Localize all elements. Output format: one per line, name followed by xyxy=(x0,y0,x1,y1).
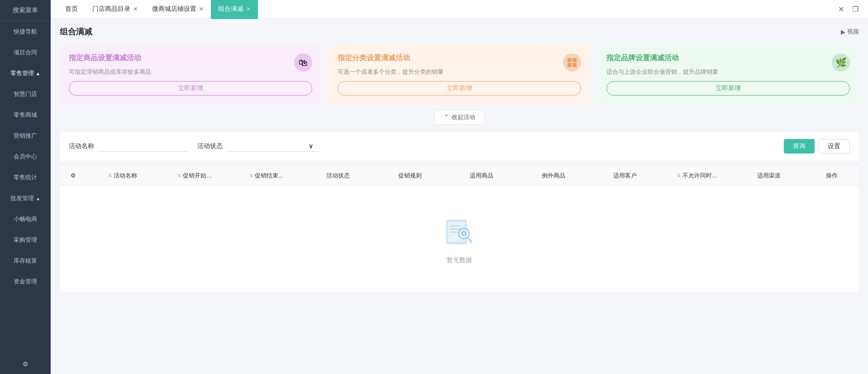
empty-state: 暂无数据 xyxy=(60,186,859,292)
sidebar-item-project-contract[interactable]: 项目合同 xyxy=(0,42,51,63)
sort-icon[interactable]: ⇅ xyxy=(677,173,681,178)
query-button[interactable]: 查询 xyxy=(784,139,815,153)
tab-wechat-settings[interactable]: 微商城店铺设置 ✕ xyxy=(145,0,211,19)
sidebar-item-finance[interactable]: 资金管理 xyxy=(0,271,51,292)
sidebar-item-retail-stats[interactable]: 零售统计 xyxy=(0,167,51,188)
goods-discount-desc: 可指定滞销商品或库存较多商品 xyxy=(69,67,312,77)
sidebar-search[interactable]: 搜索菜单 xyxy=(0,0,51,21)
col-promo-start: ⇅ 促销开始... xyxy=(159,172,231,180)
empty-text: 暂无数据 xyxy=(447,256,472,264)
table-header: ⚙ ⇅ 活动名称 ⇅ 促销开始... ⇅ 促销结束... 活动状态 xyxy=(60,166,859,186)
sort-icon[interactable]: ⇅ xyxy=(177,173,181,178)
tab-combo-discount-close[interactable]: ✕ xyxy=(246,6,251,12)
page-title: 组合满减 xyxy=(60,26,92,37)
svg-point-11 xyxy=(461,230,467,237)
goods-discount-icon: 🛍 xyxy=(294,53,312,72)
activity-status-field: 活动状态 ∨ xyxy=(197,140,317,152)
page-header: 组合满减 ▶ 视频 xyxy=(60,26,859,37)
sidebar: 搜索菜单 快捷导航 项目合同 零售管理 ▲ 智慧门店 零售商城 营销推广 会员中… xyxy=(0,0,51,374)
sidebar-item-inventory[interactable]: 库存核算 xyxy=(0,250,51,271)
goods-discount-card: 🛍 指定商品设置满减活动 可指定滞销商品或库存较多商品 立即新增 xyxy=(60,44,321,105)
col-activity-name: ⇅ 活动名称 xyxy=(87,172,159,180)
sidebar-item-wholesale-mgmt[interactable]: 批发管理 ▲ xyxy=(0,188,51,209)
col-excluded-goods: 例外商品 xyxy=(518,172,590,180)
tab-combo-discount[interactable]: 组合满减 ✕ xyxy=(211,0,258,19)
sidebar-item-label: 采购管理 xyxy=(14,236,37,244)
sidebar-item-label: 快捷导航 xyxy=(14,28,37,36)
main-area: 首页 门店商品目录 ✕ 微商城店铺设置 ✕ 组合满减 ✕ ✕ ❐ 组合满减 ▶ … xyxy=(51,0,868,374)
sidebar-item-member-center[interactable]: 会员中心 xyxy=(0,146,51,167)
filter-bar: 活动名称 活动状态 ∨ 查询 设置 xyxy=(60,132,859,161)
col-settings[interactable]: ⚙ xyxy=(60,172,87,180)
sidebar-item-label: 库存核算 xyxy=(14,257,37,265)
category-discount-icon xyxy=(563,53,581,72)
chevron-down-icon: ▲ xyxy=(36,196,40,201)
collapse-label: 收起活动 xyxy=(452,113,475,121)
tab-bar-actions: ✕ ❐ xyxy=(835,4,861,15)
activity-name-input[interactable] xyxy=(98,140,188,152)
sidebar-item-purchase-mgmt[interactable]: 采购管理 xyxy=(0,230,51,250)
sidebar-item-quick-nav[interactable]: 快捷导航 xyxy=(0,21,51,42)
col-applicable-channel: 适用渠道 xyxy=(733,172,805,180)
window-close-button[interactable]: ✕ xyxy=(835,4,846,15)
category-discount-title: 指定分类设置满减活动 xyxy=(338,53,581,63)
tab-home[interactable]: 首页 xyxy=(58,0,85,19)
brand-discount-desc: 适合与上游企业联合做营销，提升品牌销量 xyxy=(606,67,850,77)
category-discount-card: 指定分类设置满减活动 可选一个或者多个分类，提升分类的销量 立即新增 xyxy=(329,44,590,105)
svg-rect-1 xyxy=(572,58,577,62)
col-activity-status: 活动状态 xyxy=(302,172,374,180)
col-promo-end: ⇅ 促销结束... xyxy=(230,172,302,180)
tab-home-label: 首页 xyxy=(65,5,78,13)
no-data-illustration xyxy=(437,213,482,249)
collapse-button[interactable]: ⌃ 收起活动 xyxy=(434,110,485,125)
sidebar-item-marketing[interactable]: 营销推广 xyxy=(0,125,51,146)
brand-discount-add-button[interactable]: 立即新增 xyxy=(606,81,850,96)
sidebar-item-label: 零售管理 xyxy=(10,69,34,77)
col-applicable-customer: 适用客户 xyxy=(589,172,661,180)
activity-name-field: 活动名称 xyxy=(69,140,188,152)
tab-wechat-settings-close[interactable]: ✕ xyxy=(199,6,204,12)
sidebar-settings-button[interactable]: ⚙ xyxy=(0,354,51,374)
category-discount-add-button[interactable]: 立即新增 xyxy=(338,81,581,96)
settings-button[interactable]: 设置 xyxy=(818,139,850,153)
sidebar-item-smart-store[interactable]: 智慧门店 xyxy=(0,84,51,105)
sidebar-item-retail-mgmt[interactable]: 零售管理 ▲ xyxy=(0,63,51,84)
chevron-down-icon: ∨ xyxy=(309,142,313,149)
sidebar-item-label: 营销推广 xyxy=(14,132,37,140)
brand-discount-icon: 🌿 xyxy=(832,53,850,72)
svg-rect-2 xyxy=(568,63,572,67)
play-icon: ▶ xyxy=(841,29,845,35)
category-discount-desc: 可选一个或者多个分类，提升分类的销量 xyxy=(338,67,581,77)
sidebar-item-label: 项目合同 xyxy=(14,48,37,57)
tab-product-catalog-close[interactable]: ✕ xyxy=(133,6,138,12)
activity-status-select[interactable]: ∨ xyxy=(226,140,317,152)
svg-rect-3 xyxy=(572,63,577,67)
goods-discount-add-button[interactable]: 立即新增 xyxy=(69,81,312,96)
brand-discount-card: 🌿 指定品牌设置满减活动 适合与上游企业联合做营销，提升品牌销量 立即新增 xyxy=(597,44,859,105)
sort-icon[interactable]: ⇅ xyxy=(108,173,112,178)
sidebar-item-retail-mall[interactable]: 零售商城 xyxy=(0,105,51,125)
brand-discount-title: 指定品牌设置满减活动 xyxy=(606,53,850,63)
tab-wechat-settings-label: 微商城店铺设置 xyxy=(152,5,196,13)
col-promo-rule: 促销规则 xyxy=(374,172,446,180)
window-restore-button[interactable]: ❐ xyxy=(850,4,861,15)
tab-bar: 首页 门店商品目录 ✕ 微商城店铺设置 ✕ 组合满减 ✕ ✕ ❐ xyxy=(51,0,868,19)
video-link[interactable]: ▶ 视频 xyxy=(841,28,859,36)
sidebar-item-label: 资金管理 xyxy=(14,278,37,286)
tab-product-catalog[interactable]: 门店商品目录 ✕ xyxy=(85,0,145,19)
sidebar-item-xichang[interactable]: 小畅电商 xyxy=(0,209,51,230)
gear-icon: ⚙ xyxy=(23,360,29,368)
col-operations: 操作 xyxy=(805,172,859,180)
activity-name-label: 活动名称 xyxy=(69,142,94,150)
sidebar-item-label: 零售统计 xyxy=(14,173,37,182)
table-container: ⚙ ⇅ 活动名称 ⇅ 促销开始... ⇅ 促销结束... 活动状态 xyxy=(60,166,859,292)
sidebar-item-label: 会员中心 xyxy=(14,153,37,161)
content-area: 组合满减 ▶ 视频 🛍 指定商品设置满减活动 可指定滞销商品或库存较多商品 立即… xyxy=(51,19,868,374)
chevron-up-icon: ⌃ xyxy=(444,114,449,120)
sort-icon[interactable]: ⇅ xyxy=(249,173,253,178)
sidebar-item-label: 智慧门店 xyxy=(14,90,37,98)
cards-row: 🛍 指定商品设置满减活动 可指定滞销商品或库存较多商品 立即新增 指定分类设置满… xyxy=(60,44,859,105)
activity-status-label: 活动状态 xyxy=(197,142,223,150)
sidebar-item-label: 批发管理 xyxy=(10,194,34,202)
video-link-label: 视频 xyxy=(847,28,859,36)
